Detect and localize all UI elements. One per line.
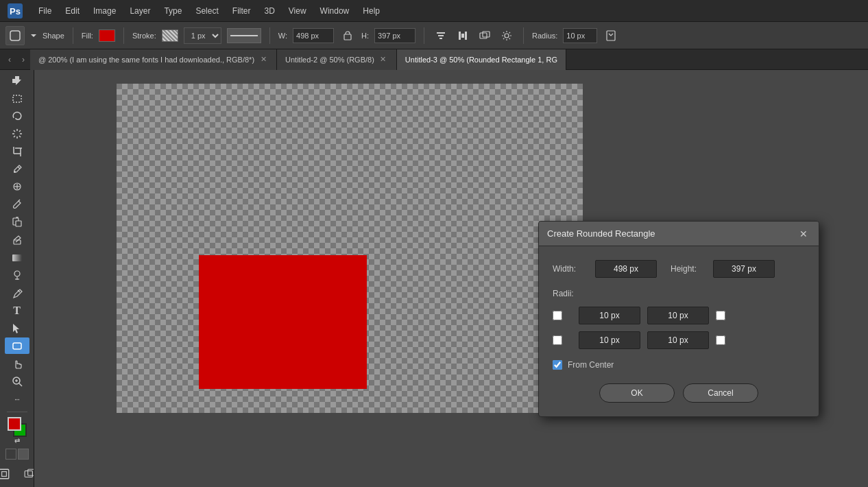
svg-rect-5 [437,32,445,34]
stroke-type[interactable] [227,28,261,43]
dodge-tool[interactable] [5,267,29,283]
move-tool[interactable] [5,73,29,89]
arrange-icon[interactable] [477,27,493,44]
svg-line-22 [14,130,15,132]
radius-label: Radius: [532,32,557,40]
marquee-tool[interactable] [5,91,29,107]
menu-view[interactable]: View [283,3,312,19]
text-tool-icon: T [13,305,21,317]
radius-tr-checkbox[interactable] [716,311,725,320]
cancel-button[interactable]: Cancel [683,383,758,403]
tabs-scroll-left[interactable]: ‹ [3,49,16,70]
width-input[interactable] [293,28,334,43]
brush-tool[interactable] [5,196,29,213]
arrange-layers-tool[interactable] [18,464,35,484]
rectangle-tool[interactable] [5,337,29,354]
distribute-icon[interactable] [455,27,471,44]
tab-2[interactable]: Untitled-3 @ 50% (Rounded Rectangle 1, R… [397,49,566,70]
svg-rect-41 [12,254,22,261]
radius-tr-input[interactable] [647,307,709,324]
frame-buttons [0,464,34,484]
zoom-tool[interactable] [5,373,29,390]
pen-tool[interactable] [5,285,29,301]
gradient-tool[interactable] [5,250,29,266]
svg-marker-46 [13,324,19,333]
more-options-icon[interactable] [603,27,619,44]
align-icon[interactable] [433,27,449,44]
separator-3 [269,27,270,44]
standard-mode-btn[interactable] [5,449,16,460]
svg-line-35 [19,200,20,201]
toolbox: T ··· [0,70,34,487]
from-center-checkbox[interactable] [553,360,562,370]
tab-1[interactable]: Untitled-2 @ 50% (RGB/8) ✕ [277,49,397,70]
dialog-close-button[interactable]: ✕ [797,227,810,241]
menu-image[interactable]: Image [88,3,121,19]
more-tools[interactable]: ··· [5,391,29,407]
canvas-area[interactable]: Create Rounded Rectangle ✕ Width: Height… [34,70,868,487]
menu-window[interactable]: Window [315,3,355,19]
svg-rect-4 [344,34,351,40]
frames-tool[interactable] [0,464,16,484]
svg-marker-3 [31,34,36,37]
eraser-tool[interactable] [5,232,29,248]
tab-1-close[interactable]: ✕ [378,55,388,64]
crop-tool[interactable] [5,143,29,160]
height-input[interactable] [374,28,415,43]
text-tool[interactable]: T [5,302,29,319]
create-rounded-rectangle-dialog: Create Rounded Rectangle ✕ Width: Height… [538,221,819,417]
tabs-scroll-right[interactable]: › [16,49,30,70]
lasso-tool[interactable] [5,108,29,125]
lock-aspect-icon[interactable] [339,27,356,44]
svg-rect-10 [461,34,464,38]
path-selection-tool[interactable] [5,320,29,337]
svg-point-13 [505,34,509,38]
swap-colors-icon[interactable]: ⇄ [14,437,20,444]
stroke-label: Stroke: [132,32,156,40]
svg-rect-9 [465,32,467,40]
radius-bl-checkbox[interactable] [553,335,562,345]
magic-wand-tool[interactable] [5,126,29,142]
radius-bl-input[interactable] [579,331,640,349]
radius-tl-checkbox[interactable] [553,311,562,320]
settings-icon[interactable] [498,27,515,44]
healing-brush-tool[interactable] [5,179,29,195]
menu-type[interactable]: Type [158,3,187,19]
ok-button[interactable]: OK [599,383,675,403]
menu-filter[interactable]: Filter [227,3,256,19]
svg-rect-55 [27,469,34,475]
stroke-size-select[interactable]: 1 px 2 px 3 px [184,27,221,44]
menu-select[interactable]: Select [190,3,224,19]
dialog-title-bar: Create Rounded Rectangle ✕ [539,222,819,246]
menu-3d[interactable]: 3D [258,3,280,19]
eyedropper-tool[interactable] [5,161,29,178]
tab-0-close[interactable]: ✕ [258,55,268,64]
menu-layer[interactable]: Layer [124,3,156,19]
tab-0[interactable]: @ 200% (I am using the same fonts I had … [30,49,277,70]
fill-swatch[interactable] [99,29,115,42]
svg-line-49 [19,383,22,386]
svg-rect-37 [16,221,21,226]
stroke-swatch[interactable] [162,29,178,42]
radius-br-checkbox[interactable] [716,335,725,345]
shape-tool-icon[interactable] [5,26,25,45]
menu-help[interactable]: Help [357,3,385,19]
radius-input[interactable] [563,28,597,43]
main-area: T ··· [0,70,868,487]
foreground-color-swatch[interactable] [8,417,21,431]
from-center-row: From Center [553,360,805,370]
radius-br-input[interactable] [647,331,709,349]
hand-tool[interactable] [5,355,29,372]
dialog-width-input[interactable] [595,260,657,278]
modal-overlay: Create Rounded Rectangle ✕ Width: Height… [34,70,868,487]
dialog-height-input[interactable] [713,260,775,278]
clone-stamp-tool[interactable] [5,214,29,230]
svg-line-30 [18,167,20,169]
width-label: Width: [553,264,587,274]
radius-tl-input[interactable] [579,307,640,324]
dialog-body: Width: Height: Radii: [539,246,819,416]
menu-file[interactable]: File [33,3,57,19]
menu-edit[interactable]: Edit [60,3,85,19]
quick-mask-btn[interactable] [18,449,29,460]
tab-2-label: Untitled-3 @ 50% (Rounded Rectangle 1, R… [405,56,557,64]
